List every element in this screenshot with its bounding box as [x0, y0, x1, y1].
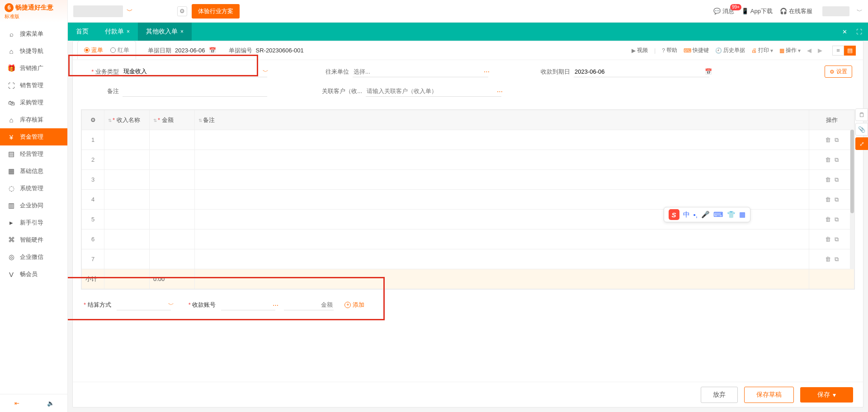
ime-keyboard-icon[interactable]: ⌨: [713, 211, 723, 219]
cell-remark[interactable]: [195, 249, 809, 269]
cell-amount[interactable]: [150, 190, 195, 210]
cell-amount[interactable]: [150, 130, 195, 150]
save-button[interactable]: 保存▾: [800, 387, 853, 403]
cell-remark[interactable]: [195, 229, 809, 249]
sidebar-item-1[interactable]: ⌂快捷导航: [0, 42, 67, 60]
help-button[interactable]: ?帮助: [662, 47, 677, 54]
print-button[interactable]: 🖨打印▾: [751, 47, 773, 54]
cell-amount[interactable]: [150, 170, 195, 190]
table-row[interactable]: 2🗑⧉: [82, 150, 854, 170]
tab-2[interactable]: 其他收入单×: [138, 23, 192, 41]
shortcut-button[interactable]: ⌨快捷键: [684, 47, 709, 54]
online-service-button[interactable]: 🎧 在线客服: [780, 7, 812, 15]
row-copy-icon[interactable]: ⧉: [835, 216, 839, 223]
tab-close-icon[interactable]: ×: [127, 28, 130, 35]
video-button[interactable]: ▶视频: [632, 47, 648, 54]
sidebar-item-4[interactable]: 🛍采购管理: [0, 94, 67, 111]
view-form-button[interactable]: ▤: [844, 46, 856, 56]
cell-income-name[interactable]: [104, 210, 150, 229]
gear-icon[interactable]: ⚙: [177, 6, 187, 16]
row-delete-icon[interactable]: 🗑: [825, 176, 831, 183]
cell-income-name[interactable]: [104, 190, 150, 210]
sort-icon[interactable]: ⇅: [153, 118, 157, 123]
sidebar-item-14[interactable]: V畅会员: [0, 266, 67, 283]
radio-red[interactable]: 红单: [110, 46, 129, 54]
more-icon[interactable]: ⋯: [497, 88, 503, 95]
more-icon[interactable]: ⋯: [273, 302, 278, 309]
sort-icon[interactable]: ⇅: [108, 118, 112, 123]
sidebar-item-11[interactable]: ▸新手引导: [0, 214, 67, 231]
row-copy-icon[interactable]: ⧉: [835, 256, 839, 263]
cell-income-name[interactable]: [104, 130, 150, 150]
cell-amount[interactable]: [150, 229, 195, 249]
sidebar-item-8[interactable]: ▦基础信息: [0, 163, 67, 180]
sidebar-item-13[interactable]: ◎企业微信: [0, 248, 67, 266]
view-list-button[interactable]: ≡: [832, 46, 844, 56]
table-gear-icon[interactable]: ⚙: [90, 117, 96, 123]
tab-0[interactable]: 首页: [68, 23, 97, 41]
due-date-input[interactable]: [574, 66, 709, 77]
cell-income-name[interactable]: [104, 249, 150, 269]
save-draft-button[interactable]: 保存草稿: [744, 387, 794, 403]
sidebar-item-5[interactable]: ⌂库存核算: [0, 111, 67, 128]
tab-fullscreen[interactable]: ⛶: [853, 25, 865, 38]
row-copy-icon[interactable]: ⧉: [835, 196, 839, 203]
cell-remark[interactable]: [195, 130, 809, 150]
row-delete-icon[interactable]: 🗑: [825, 196, 831, 203]
row-delete-icon[interactable]: 🗑: [825, 136, 831, 144]
cell-remark[interactable]: [195, 170, 809, 190]
discard-button[interactable]: 放弃: [701, 387, 738, 403]
doc-date-value[interactable]: 2023-06-06: [175, 47, 205, 54]
sound-button[interactable]: 🔈: [34, 394, 68, 412]
cell-remark[interactable]: [195, 190, 809, 210]
messages-button[interactable]: 💬 消息 99+: [713, 7, 734, 15]
sidebar-item-7[interactable]: ▤经营管理: [0, 145, 67, 163]
table-row[interactable]: 4🗑⧉: [82, 190, 854, 210]
row-copy-icon[interactable]: ⧉: [835, 136, 839, 144]
cell-amount[interactable]: [150, 249, 195, 269]
tab-1[interactable]: 付款单×: [97, 23, 138, 41]
history-button[interactable]: 🕘历史单据: [715, 47, 745, 54]
cell-income-name[interactable]: [104, 150, 150, 170]
cell-income-name[interactable]: [104, 229, 150, 249]
more-icon[interactable]: ⋯: [484, 68, 490, 75]
table-scrollbar[interactable]: [850, 130, 854, 269]
partner-input[interactable]: [353, 66, 488, 77]
cell-income-name[interactable]: [104, 170, 150, 190]
ime-skin-icon[interactable]: 👕: [727, 211, 736, 219]
settle-method-input[interactable]: [117, 300, 171, 310]
add-settlement-button[interactable]: + 添加: [344, 301, 364, 309]
table-row[interactable]: 1🗑⧉: [82, 130, 854, 150]
sidebar-item-2[interactable]: 🎁营销推广: [0, 60, 67, 77]
operate-button[interactable]: ▦操作▾: [779, 47, 801, 54]
ime-lang[interactable]: 中: [683, 211, 690, 219]
sidebar-item-0[interactable]: ⌕搜索菜单: [0, 25, 67, 42]
row-delete-icon[interactable]: 🗑: [825, 156, 831, 164]
cell-remark[interactable]: [195, 150, 809, 170]
sidebar-item-10[interactable]: ▥企业协同: [0, 197, 67, 214]
radio-blue[interactable]: 蓝单: [84, 46, 103, 54]
row-copy-icon[interactable]: ⧉: [835, 236, 839, 243]
table-row[interactable]: 7🗑⧉: [82, 249, 854, 269]
row-delete-icon[interactable]: 🗑: [825, 256, 831, 263]
cell-amount[interactable]: [150, 150, 195, 170]
cell-amount[interactable]: [150, 210, 195, 229]
row-copy-icon[interactable]: ⧉: [835, 156, 839, 164]
ime-mic-icon[interactable]: 🎤: [701, 211, 710, 219]
table-row[interactable]: 3🗑⧉: [82, 170, 854, 190]
biz-type-input[interactable]: [123, 66, 267, 77]
sidebar-item-3[interactable]: ⛶销售管理: [0, 77, 67, 94]
chevron-down-icon[interactable]: ﹀: [857, 7, 863, 15]
sidebar-item-6[interactable]: ¥资金管理: [0, 128, 67, 145]
settle-account-input[interactable]: [221, 300, 275, 310]
sort-icon[interactable]: ⇅: [198, 118, 202, 123]
side-tool-expand[interactable]: ⤢: [855, 137, 868, 150]
table-row[interactable]: 6🗑⧉: [82, 229, 854, 249]
tab-close-icon[interactable]: ×: [180, 28, 184, 35]
tab-close-all[interactable]: ✕: [838, 25, 851, 38]
row-copy-icon[interactable]: ⧉: [835, 176, 839, 183]
ime-toolbox-icon[interactable]: ▦: [739, 211, 745, 219]
side-tool-note[interactable]: 🗒: [855, 108, 868, 121]
ime-bar[interactable]: S 中 •, 🎤 ⌨ 👕 ▦: [664, 207, 750, 222]
side-tool-attach[interactable]: 📎: [855, 123, 868, 136]
